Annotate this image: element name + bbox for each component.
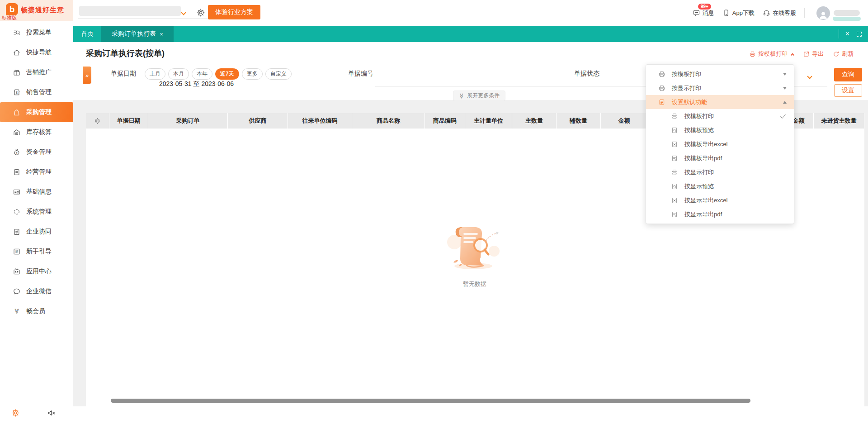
chevron-down-icon <box>783 73 787 76</box>
pdf-icon <box>671 155 678 162</box>
sidebar-item-wechat[interactable]: 企业微信 <box>0 281 73 301</box>
brand-logo-block[interactable]: b 畅捷通好生意 标准版 <box>0 0 73 21</box>
company-selector-redacted[interactable] <box>79 6 181 16</box>
print-button-label: 按模板打印 <box>758 50 788 58</box>
sidebar-item-app[interactable]: 应用中心 <box>0 262 73 281</box>
close-all-tabs-icon[interactable]: × <box>845 30 849 38</box>
chevron-up-icon <box>791 53 794 57</box>
sidebar-item-clipboard[interactable]: 经营管理 <box>0 162 73 182</box>
menu-item-1[interactable]: 按显示打印 <box>646 81 794 95</box>
sidebar-item-home[interactable]: 快捷导航 <box>0 43 73 62</box>
date-preset-pill[interactable]: 自定义 <box>265 68 292 80</box>
online-service-link[interactable]: 在线客服 <box>763 9 796 17</box>
tab-bar: 首页 采购订单执行表 × × <box>73 26 868 42</box>
menu-item-0[interactable]: 按模板打印 <box>646 67 794 81</box>
date-preset-pill[interactable]: 本年 <box>192 68 212 80</box>
sidebar-item-gift[interactable]: 营销推广 <box>0 62 73 82</box>
printer-icon <box>749 51 756 57</box>
menu-item-2[interactable]: 设置默认功能 <box>646 95 794 109</box>
column-header-主数量[interactable]: 主数量 <box>512 113 557 129</box>
sidebar-item-new[interactable]: 新手引导 <box>0 242 73 262</box>
horizontal-scrollbar[interactable] <box>111 399 750 403</box>
sidebar-item-label: 系统管理 <box>26 208 52 216</box>
sidebar-item-search[interactable]: 搜索菜单 <box>0 23 73 43</box>
menu-item-3[interactable]: 按模板打印 <box>646 109 794 123</box>
sidebar-item-bag[interactable]: 采购管理 <box>0 102 73 122</box>
menu-item-7[interactable]: 按显示打印 <box>646 165 794 179</box>
tab-purchase-order-report[interactable]: 采购订单执行表 × <box>101 26 174 42</box>
excel-icon <box>671 141 678 148</box>
column-header-商品编码[interactable]: 商品编码 <box>425 113 465 129</box>
column-gear-icon[interactable] <box>94 118 101 124</box>
date-preset-pill[interactable]: 近7天 <box>215 68 239 80</box>
sidebar-item-label: 企业微信 <box>26 287 52 295</box>
date-range-value[interactable]: 2023-05-31 至 2023-06-06 <box>159 80 234 88</box>
sidebar-item-label: 库存核算 <box>26 128 52 136</box>
menu-item-4[interactable]: 按模板预览 <box>646 123 794 137</box>
expand-more-conditions-button[interactable]: ≫ 展开更多条件 <box>453 91 505 101</box>
date-preset-pill[interactable]: 上月 <box>145 68 165 80</box>
app-window: b 畅捷通好生意 标准版 搜索菜单快捷导航营销推广销售管理采购管理库存核算资金管… <box>0 0 868 424</box>
tab-home[interactable]: 首页 <box>73 26 101 42</box>
app-download-link[interactable]: App下载 <box>722 9 755 17</box>
date-preset-pill[interactable]: 更多 <box>242 68 263 80</box>
sidebar-item-label: 新手引导 <box>26 248 52 256</box>
person-icon <box>818 10 828 20</box>
sidebar-item-collab[interactable]: 企业协同 <box>0 222 73 242</box>
column-header-辅数量[interactable]: 辅数量 <box>557 113 601 129</box>
menu-item-5[interactable]: 按模板导出excel <box>646 137 794 151</box>
message-icon <box>693 9 700 17</box>
column-header-主计量单位[interactable]: 主计量单位 <box>465 113 512 129</box>
menu-item-label: 按模板打印 <box>684 112 714 120</box>
company-selector-chevron-down-icon[interactable] <box>182 8 185 16</box>
filter-collapse-expander[interactable]: » <box>83 67 91 84</box>
username-redacted <box>834 10 860 16</box>
column-header-往来单位编码[interactable]: 往来单位编码 <box>288 113 352 129</box>
industry-solution-button[interactable]: 体验行业方案 <box>208 5 260 19</box>
vip-icon <box>13 307 21 315</box>
menu-item-6[interactable]: 按模板导出pdf <box>646 151 794 165</box>
menu-item-10[interactable]: 按显示导出pdf <box>646 207 794 221</box>
messages-label: 消息 <box>703 9 714 17</box>
fullscreen-icon[interactable] <box>856 31 863 38</box>
header-gear-icon[interactable] <box>196 8 205 19</box>
column-header-供应商[interactable]: 供应商 <box>228 113 288 129</box>
sidebar: b 畅捷通好生意 标准版 搜索菜单快捷导航营销推广销售管理采购管理库存核算资金管… <box>0 0 73 424</box>
date-preset-pill[interactable]: 本月 <box>168 68 189 80</box>
column-header-单据日期[interactable]: 单据日期 <box>109 113 148 129</box>
menu-item-9[interactable]: 按显示导出excel <box>646 193 794 207</box>
user-account-menu[interactable] <box>813 5 863 22</box>
sidebar-item-loader[interactable]: 系统管理 <box>0 202 73 222</box>
print-by-template-button[interactable]: 按模板打印 <box>749 50 794 58</box>
status-chevron-down-icon[interactable] <box>808 72 811 80</box>
export-button[interactable]: 导出 <box>803 50 824 58</box>
sidebar-item-vip[interactable]: 畅会员 <box>0 301 73 321</box>
check-icon <box>779 113 787 120</box>
sidebar-item-label: 经营管理 <box>26 168 52 176</box>
messages-link[interactable]: 消息 99+ <box>693 9 714 17</box>
filter-settings-button[interactable]: 设置 <box>834 84 862 97</box>
print-icon <box>658 85 665 92</box>
tab-close-icon[interactable]: × <box>160 31 163 38</box>
sidebar-item-warehouse[interactable]: 库存核算 <box>0 122 73 142</box>
sidebar-bottom-bar <box>0 409 73 420</box>
empty-illustration <box>441 217 509 274</box>
menu-item-label: 按显示打印 <box>684 168 714 176</box>
column-header-未进货主数量[interactable]: 未进货主数量 <box>814 113 864 129</box>
menu-item-8[interactable]: 按显示预览 <box>646 179 794 193</box>
sidebar-item-money[interactable]: 资金管理 <box>0 142 73 162</box>
sidebar-settings-gear-icon[interactable] <box>11 409 20 419</box>
sidebar-item-store[interactable]: 销售管理 <box>0 82 73 102</box>
sidebar-item-label: 快捷导航 <box>26 48 52 57</box>
column-header-商品名称[interactable]: 商品名称 <box>352 113 425 129</box>
online-service-label: 在线客服 <box>773 9 796 17</box>
sidebar-mute-icon[interactable] <box>47 409 56 419</box>
refresh-button[interactable]: 刷新 <box>833 50 854 58</box>
excel-icon <box>671 197 678 204</box>
column-header-金额[interactable]: 金额 <box>601 113 648 129</box>
sidebar-item-card[interactable]: 基础信息 <box>0 182 73 202</box>
sidebar-menu: 搜索菜单快捷导航营销推广销售管理采购管理库存核算资金管理经营管理基础信息系统管理… <box>0 23 73 321</box>
column-header-采购订单[interactable]: 采购订单 <box>148 113 228 129</box>
query-button[interactable]: 查询 <box>834 68 862 81</box>
menu-item-label: 按模板导出excel <box>684 140 727 148</box>
